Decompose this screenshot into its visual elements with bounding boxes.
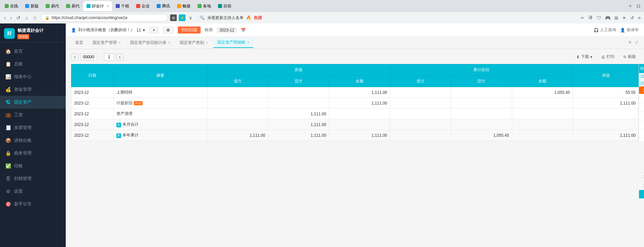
period-month-7[interactable]: 7月 (639, 146, 644, 155)
switch-version-button[interactable]: 切到旧版 (178, 26, 201, 34)
period-month-3[interactable]: 3月 (639, 112, 644, 120)
page-index-input[interactable] (104, 54, 114, 60)
page-tab-1[interactable]: 固定资产管理× (89, 38, 125, 48)
browser-tab-7[interactable]: 腾讯 (153, 1, 173, 11)
period-month-1[interactable]: 1月 (639, 94, 644, 103)
cell-orig-credit-1 (268, 98, 329, 109)
sidebar-item-税务管理[interactable]: 🔒税务管理 (0, 147, 66, 160)
reload-button[interactable]: ↺ (15, 14, 22, 21)
next-page-button[interactable]: › (116, 54, 123, 60)
brightness-icon[interactable]: ☀ (622, 15, 627, 21)
calendar-icon[interactable]: 📅 (241, 28, 246, 33)
page-tab-2[interactable]: 固定资产折旧统计表× (126, 38, 174, 48)
page-tab-close-4[interactable]: × (248, 41, 250, 44)
main-content: 👤 刘小艳演示账套（勿删勿动！） 11 ▾ + ⚙ 切到旧版 账期 2023-1… (66, 23, 644, 247)
browser-tab-9[interactable]: 各地 (194, 1, 214, 11)
period-month-2[interactable]: 2月 (639, 103, 644, 112)
sidebar-item-总账[interactable]: 📋总账 (0, 58, 66, 70)
add-company-button[interactable]: + (149, 27, 159, 34)
tab-favicon-2 (46, 4, 50, 8)
prev-page-button[interactable]: ‹ (71, 54, 78, 60)
browser-tab-10[interactable]: 目前 (215, 1, 235, 11)
sidebar-item-归档管理[interactable]: 🗄归档管理 (0, 172, 66, 185)
customer-service[interactable]: 🎧 人工咨询 (594, 27, 616, 33)
cut-icon[interactable]: ✂ (580, 15, 585, 21)
page-tab-3[interactable]: 固定资产类别× (176, 38, 212, 48)
user-info[interactable]: 👤 徐译华 (620, 27, 639, 33)
username-label: 徐译华 (627, 27, 639, 33)
sidebar-item-固定资产[interactable]: 🏗固定资产 (0, 96, 66, 109)
undo-icon[interactable]: ↺ (630, 15, 635, 21)
tab-close-4[interactable]: × (107, 4, 109, 8)
period-month-12[interactable]: 12月 (639, 190, 644, 199)
page-tab-close-3[interactable]: × (206, 41, 208, 45)
nav-icon-3: 💰 (5, 87, 11, 92)
period-month-11[interactable]: 11月 (639, 181, 644, 190)
browser-tab-1[interactable]: 新版 (22, 1, 42, 11)
back-button[interactable]: ‹ (3, 14, 7, 21)
th-net-value: 净值 (573, 64, 639, 87)
cell-orig-credit-2: 1,111.00 (268, 109, 329, 119)
sidebar-item-工资[interactable]: 💼工资 (0, 109, 66, 121)
period-month-6[interactable]: 6月 (639, 138, 644, 146)
browser-icon-1[interactable]: ⊞ (170, 14, 177, 21)
company-selector[interactable]: 👤 刘小艳演示账套（勿删勿动！） 11 ▾ (71, 27, 145, 33)
print-button[interactable]: 🖨 打印 (598, 53, 617, 61)
sidebar-item-结账[interactable]: ✅结账 (0, 160, 66, 172)
page-tab-close-2[interactable]: × (168, 41, 170, 45)
page-tab-4[interactable]: 固定资产明细账× (213, 38, 254, 48)
page-tab-label-2: 固定资产折旧统计表 (130, 40, 166, 46)
browser-tab-6[interactable]: 企业 (133, 1, 153, 11)
browser-tab-5[interactable]: 个税 (112, 1, 132, 11)
cell-date-1: 2023-12 (71, 98, 114, 109)
menu-icon[interactable]: ≡ (637, 15, 641, 21)
company-count: 11 (137, 28, 141, 33)
period-month-8[interactable]: 8月 (639, 155, 644, 164)
page-number-input[interactable] (80, 54, 97, 60)
sidebar-item-资金管理[interactable]: 💰资金管理 (0, 83, 66, 96)
browser-tab-3[interactable]: 易代 (63, 1, 83, 11)
bookmark-button[interactable]: ☆ (32, 14, 39, 21)
period-month-2023[interactable]: 2023 (639, 86, 644, 94)
shield-icon[interactable]: 🛡 (596, 15, 602, 21)
page-tab-close-1[interactable]: × (119, 41, 121, 45)
forward-button[interactable]: › (9, 14, 13, 21)
game-icon[interactable]: 🎮 (604, 15, 611, 21)
download-label: 下载 (581, 54, 589, 60)
grid-icon[interactable]: ⊞ (614, 15, 619, 21)
dropdown-btn[interactable]: ∨ (187, 14, 194, 21)
browser-tab-2[interactable]: 易代 (42, 1, 62, 11)
tab-label-3: 易代 (71, 3, 79, 9)
cell-summary-1: 计提折旧2023 (113, 98, 207, 109)
period-month-5[interactable]: 5月 (639, 129, 644, 138)
download-button[interactable]: ⬇ 下载 ▾ (574, 53, 595, 61)
close-icon[interactable]: ✕ (628, 40, 632, 45)
period-month-9[interactable]: 9月 (639, 164, 644, 173)
browser-tab-4[interactable]: 好会计× (83, 1, 112, 11)
refresh-button[interactable]: ↻ 刷新 (621, 53, 639, 61)
period-month-4[interactable]: 4月 (639, 120, 644, 129)
page-tab-label-0: 首页 (75, 40, 83, 46)
translate-icon[interactable]: 译 (588, 14, 593, 21)
new-tab-button[interactable]: + (627, 3, 634, 9)
page-tab-0[interactable]: 首页 (71, 38, 87, 48)
cell-orig-balance-0: 1,111.00 (329, 87, 390, 98)
settings-button[interactable]: ⚙ (163, 27, 174, 34)
nav-label-11: 设置 (14, 188, 23, 194)
sidebar-item-新手引导[interactable]: 🎯新手引导 (0, 198, 66, 210)
browser-tab-0[interactable]: 在线 (1, 1, 21, 11)
refresh-icon: ↻ (623, 55, 627, 59)
sidebar-item-进销台账[interactable]: 📦进销台账 (0, 134, 66, 147)
sidebar-item-发票管理[interactable]: 🧾发票管理 (0, 121, 66, 134)
browser-icon-2[interactable]: ⚡ (179, 14, 185, 21)
tab-favicon-7 (157, 4, 161, 8)
period-month-10[interactable]: 10月 (639, 173, 644, 181)
home-button[interactable]: ⌂ (24, 14, 29, 21)
address-bar[interactable]: 🔒 https://cloud.chanjet.com/accounting/u… (41, 14, 168, 22)
logo-badge: 专业版 (17, 34, 29, 39)
expand-icon[interactable]: ⤢ (635, 40, 639, 45)
sidebar-item-设置[interactable]: ⚙设置 (0, 185, 66, 198)
sidebar-item-报表中心[interactable]: 📊报表中心 (0, 70, 66, 83)
sidebar-item-首页[interactable]: 🏠首页 (0, 45, 66, 58)
browser-tab-8[interactable]: 畅捷 (174, 1, 194, 11)
